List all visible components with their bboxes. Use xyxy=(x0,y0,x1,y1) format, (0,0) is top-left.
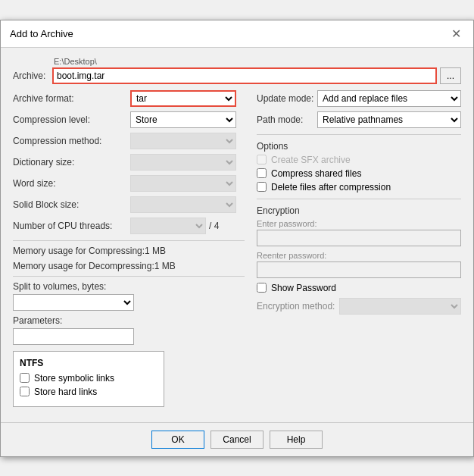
encryption-section: Encryption Enter password: Reenter passw… xyxy=(257,205,461,315)
ok-button[interactable]: OK xyxy=(151,431,204,449)
parameters-input[interactable] xyxy=(13,328,134,345)
encryption-method-label: Encryption method: xyxy=(257,301,335,312)
archive-format-select[interactable]: tar zip 7z xyxy=(130,90,236,107)
dialog-title: Add to Archive xyxy=(10,28,73,39)
enter-password-input xyxy=(257,230,461,246)
update-mode-select[interactable]: Add and replace files Update and add fil… xyxy=(317,90,461,107)
compression-method-label: Compression method: xyxy=(13,136,130,146)
store-hard-checkbox[interactable] xyxy=(20,387,30,396)
title-bar: Add to Archive ✕ xyxy=(1,20,473,48)
main-body: Archive format: tar zip 7z Compression l… xyxy=(13,90,461,407)
archive-input[interactable] xyxy=(52,67,437,84)
delete-after-label: Delete files after compression xyxy=(271,182,391,193)
show-password-checkbox[interactable] xyxy=(257,283,267,293)
options-section: Options Create SFX archive Compress shar… xyxy=(257,141,461,193)
show-password-row: Show Password xyxy=(257,283,461,293)
encryption-title: Encryption xyxy=(257,205,461,216)
cpu-of: / 4 xyxy=(209,221,219,231)
solid-block-label: Solid Block size: xyxy=(13,199,130,210)
delete-after-row: Delete files after compression xyxy=(257,182,461,193)
archive-path: E:\Desktop\ xyxy=(52,57,461,66)
cpu-threads-row: Number of CPU threads: / 4 xyxy=(13,218,245,234)
archive-format-label: Archive format: xyxy=(13,93,130,104)
store-symbolic-label: Store symbolic links xyxy=(34,373,114,384)
solid-block-select xyxy=(130,196,236,213)
memory-decompressing-label: Memory usage for Decompressing: xyxy=(13,261,154,271)
options-title: Options xyxy=(257,141,461,152)
parameters-label: Parameters: xyxy=(13,315,245,326)
solid-block-row: Solid Block size: xyxy=(13,196,245,213)
path-mode-row: Path mode: Relative pathnames Absolute p… xyxy=(257,111,461,128)
memory-compressing-value: 1 MB xyxy=(145,246,166,256)
browse-button[interactable]: ... xyxy=(440,67,461,84)
split-volumes-row: Split to volumes, bytes: xyxy=(13,281,245,311)
cpu-threads-select xyxy=(130,218,206,234)
show-password-label: Show Password xyxy=(271,283,336,293)
archive-format-row: Archive format: tar zip 7z xyxy=(13,90,245,107)
compression-level-row: Compression level: Store Fastest Normal xyxy=(13,111,245,128)
delete-after-checkbox[interactable] xyxy=(257,182,267,192)
memory-compressing-row: Memory usage for Compressing: 1 MB xyxy=(13,246,245,256)
word-size-select xyxy=(130,175,236,192)
store-hard-row: Store hard links xyxy=(20,387,157,397)
archive-right: E:\Desktop\ ... xyxy=(52,57,461,84)
dictionary-size-row: Dictionary size: xyxy=(13,154,245,171)
parameters-row: Parameters: xyxy=(13,315,245,345)
path-mode-select[interactable]: Relative pathnames Absolute pathnames No… xyxy=(317,111,461,128)
add-to-archive-dialog: Add to Archive ✕ Archive: E:\Desktop\ ..… xyxy=(0,20,474,457)
compression-method-row: Compression method: xyxy=(13,133,245,149)
compress-shared-checkbox[interactable] xyxy=(257,168,267,178)
archive-input-row: ... xyxy=(52,67,461,84)
reenter-password-label: Reenter password: xyxy=(257,251,461,260)
word-size-row: Word size: xyxy=(13,175,245,192)
create-sfx-row: Create SFX archive xyxy=(257,155,461,165)
create-sfx-label: Create SFX archive xyxy=(271,155,351,165)
reenter-password-input xyxy=(257,261,461,278)
update-mode-row: Update mode: Add and replace files Updat… xyxy=(257,90,461,107)
store-symbolic-checkbox[interactable] xyxy=(20,373,30,383)
store-symbolic-row: Store symbolic links xyxy=(20,373,157,384)
split-volumes-select[interactable] xyxy=(13,294,134,311)
memory-decompressing-value: 1 MB xyxy=(154,261,176,271)
archive-label: Archive: xyxy=(13,57,52,81)
word-size-label: Word size: xyxy=(13,178,130,189)
store-hard-label: Store hard links xyxy=(34,387,97,397)
path-mode-label: Path mode: xyxy=(257,114,317,125)
close-button[interactable]: ✕ xyxy=(448,27,464,41)
cancel-button[interactable]: Cancel xyxy=(210,431,264,449)
enter-password-label: Enter password: xyxy=(257,219,461,228)
archive-row: Archive: E:\Desktop\ ... xyxy=(13,57,461,84)
encryption-method-row: Encryption method: xyxy=(257,298,461,315)
memory-compressing-label: Memory usage for Compressing: xyxy=(13,246,145,256)
cpu-threads-label: Number of CPU threads: xyxy=(13,221,130,231)
compression-level-label: Compression level: xyxy=(13,114,130,125)
dialog-content: Archive: E:\Desktop\ ... Archive format:… xyxy=(1,48,473,416)
compress-shared-label: Compress shared files xyxy=(271,168,361,179)
dictionary-size-label: Dictionary size: xyxy=(13,157,130,168)
split-volumes-label: Split to volumes, bytes: xyxy=(13,281,245,292)
left-panel: Archive format: tar zip 7z Compression l… xyxy=(13,90,245,407)
encryption-method-select xyxy=(339,298,461,315)
footer: OK Cancel Help xyxy=(1,422,473,456)
dictionary-size-select xyxy=(130,154,236,171)
create-sfx-checkbox xyxy=(257,155,267,164)
compress-shared-row: Compress shared files xyxy=(257,168,461,179)
help-button[interactable]: Help xyxy=(270,431,323,449)
compression-method-select xyxy=(130,133,236,149)
right-panel: Update mode: Add and replace files Updat… xyxy=(257,90,461,407)
compression-level-select[interactable]: Store Fastest Normal xyxy=(130,111,236,128)
memory-decompressing-row: Memory usage for Decompressing: 1 MB xyxy=(13,261,245,271)
ntfs-box: NTFS Store symbolic links Store hard lin… xyxy=(13,351,164,407)
ntfs-title: NTFS xyxy=(20,358,157,368)
update-mode-label: Update mode: xyxy=(257,93,317,104)
